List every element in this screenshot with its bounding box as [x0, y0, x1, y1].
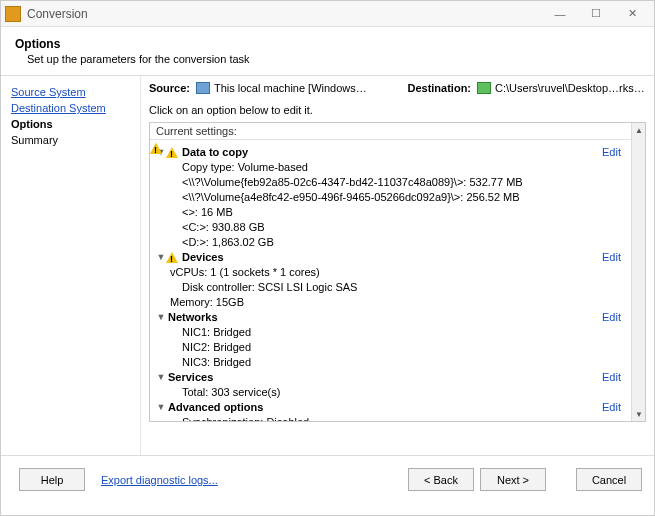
warning-icon [166, 252, 180, 264]
devices-disk: Disk controller: SCSI LSI Logic SAS [156, 280, 627, 295]
back-button[interactable]: < Back [408, 468, 474, 491]
settings-box: Current settings: ▼ Data to copy Edit Co… [149, 122, 646, 422]
chevron-down-icon[interactable]: ▼ [156, 370, 166, 385]
maximize-button[interactable]: ☐ [578, 3, 614, 25]
section-devices[interactable]: ▼ Devices Edit [156, 250, 627, 265]
section-title-devices: Devices [182, 250, 602, 265]
scroll-up-icon[interactable]: ▲ [632, 123, 646, 137]
data-line: <\\?\Volume{feb92a85-02c6-4347-bd42-1103… [156, 175, 627, 190]
export-logs-link[interactable]: Export diagnostic logs... [101, 474, 218, 486]
edit-link-services[interactable]: Edit [602, 370, 627, 385]
computer-icon [196, 82, 210, 94]
edit-link-data[interactable]: Edit [602, 145, 627, 160]
page-subtitle: Set up the parameters for the conversion… [27, 51, 640, 65]
destination-text: C:\Users\ruvel\Desktop…rkstation 11.x/12… [495, 82, 646, 94]
edit-link-devices[interactable]: Edit [602, 250, 627, 265]
advanced-line: Synchronization: Disabled [156, 415, 627, 421]
sidebar-item-summary: Summary [11, 132, 140, 148]
network-line: NIC1: Bridged [156, 325, 627, 340]
source-text: This local machine [Windows… [214, 82, 367, 94]
services-total: Total: 303 service(s) [156, 385, 627, 400]
close-button[interactable]: ✕ [614, 3, 650, 25]
section-title-advanced: Advanced options [168, 400, 602, 415]
section-title-data: Data to copy [182, 145, 602, 160]
chevron-down-icon[interactable]: ▼ [156, 250, 166, 265]
footer: Help Export diagnostic logs... < Back Ne… [1, 455, 654, 503]
chevron-down-icon[interactable]: ▼ [156, 400, 166, 415]
devices-memory: Memory: 15GB [156, 295, 627, 310]
page-title: Options [15, 37, 640, 51]
section-data-to-copy[interactable]: ▼ Data to copy Edit [156, 145, 627, 160]
data-line: <C:>: 930.88 GB [156, 220, 627, 235]
sidebar-item-destination-system[interactable]: Destination System [11, 100, 140, 116]
sidebar-item-options[interactable]: Options [11, 116, 140, 132]
section-networks[interactable]: ▼ Networks Edit [156, 310, 627, 325]
section-title-networks: Networks [168, 310, 602, 325]
sidebar-item-source-system[interactable]: Source System [11, 84, 140, 100]
scroll-down-icon[interactable]: ▼ [632, 407, 646, 421]
network-line: NIC3: Bridged [156, 355, 627, 370]
chevron-down-icon[interactable]: ▼ [156, 310, 166, 325]
vcpus-text: vCPUs: 1 (1 sockets * 1 cores) [170, 265, 320, 280]
edit-link-advanced[interactable]: Edit [602, 400, 627, 415]
data-line: <D:>: 1,863.02 GB [156, 235, 627, 250]
main-panel: Source: This local machine [Windows… Des… [141, 76, 654, 455]
warning-icon [166, 147, 180, 159]
settings-header: Current settings: [150, 123, 645, 140]
data-line: <\\?\Volume{a4e8fc42-e950-496f-9465-0526… [156, 190, 627, 205]
help-button[interactable]: Help [19, 468, 85, 491]
window-controls: — ☐ ✕ [542, 3, 650, 25]
window-title: Conversion [27, 7, 542, 21]
data-line: Copy type: Volume-based [156, 160, 627, 175]
destination-label: Destination: [407, 82, 471, 94]
devices-vcpus: vCPUs: 1 (1 sockets * 1 cores) [156, 265, 627, 280]
settings-body: ▼ Data to copy Edit Copy type: Volume-ba… [150, 143, 631, 421]
source-label: Source: [149, 82, 190, 94]
minimize-button[interactable]: — [542, 3, 578, 25]
app-icon [5, 6, 21, 22]
edit-link-networks[interactable]: Edit [602, 310, 627, 325]
hint-text: Click on an option below to edit it. [149, 104, 646, 116]
destination-icon [477, 82, 491, 94]
section-services[interactable]: ▼ Services Edit [156, 370, 627, 385]
titlebar: Conversion — ☐ ✕ [1, 1, 654, 27]
network-line: NIC2: Bridged [156, 340, 627, 355]
source-dest-row: Source: This local machine [Windows… Des… [149, 82, 646, 94]
section-title-services: Services [168, 370, 602, 385]
next-button[interactable]: Next > [480, 468, 546, 491]
memory-text: Memory: 15GB [170, 295, 244, 310]
wizard-sidebar: Source System Destination System Options… [1, 76, 141, 455]
section-advanced[interactable]: ▼ Advanced options Edit [156, 400, 627, 415]
page-header: Options Set up the parameters for the co… [1, 27, 654, 75]
scrollbar[interactable]: ▲ ▼ [631, 123, 645, 421]
data-line: <>: 16 MB [156, 205, 627, 220]
cancel-button[interactable]: Cancel [576, 468, 642, 491]
